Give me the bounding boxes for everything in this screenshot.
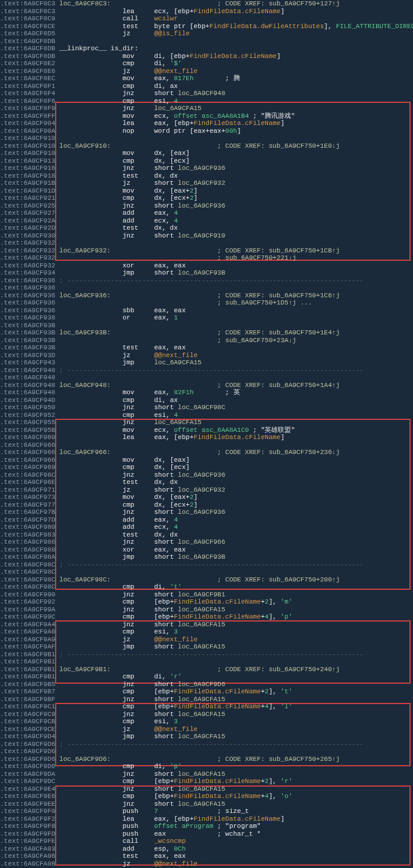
asm-line[interactable]: .text:6A9CF913 cmp dx, [ecx] [0,157,413,165]
asm-line[interactable]: .text:6A9CF950 jnz short loc_6A9CF98C [0,404,413,412]
asm-line[interactable]: .text:6A9CF93B ; sub_6A9CF750+23A↓j [0,337,413,345]
asm-line[interactable]: .text:6A9CF97D add eax, 4 [0,516,413,524]
asm-line[interactable]: .text:6A9CF916 jnz short loc_6A9CF936 [0,165,413,172]
asm-line[interactable]: .text:6A9CF910 mov dx, [eax] [0,150,413,157]
xref[interactable]: ; CODE XREF: sub_6A9CF750+127↑j [217,0,340,7]
label[interactable]: loc_6A9CF936: [59,292,111,299]
asm-line[interactable]: .text:6A9CF948 mov eax, 82F1h ; 英 [0,389,413,397]
asm-line[interactable]: .text:6A9CF93B test eax, eax [0,344,413,352]
asm-line[interactable]: .text:6A9CF9BF jnz short loc_6A9CFA15 [0,696,413,703]
asm-line[interactable]: .text:6A9CF9B1 loc_6A9CF9B1: ; CODE XREF… [0,666,413,674]
asm-line[interactable]: .text:6A9CF988 xor eax, eax [0,546,413,554]
asm-line[interactable]: .text:6A9CF930 jnz short loc_6A9CF910 [0,232,413,240]
asm-line[interactable]: .text:6A9CF90A nop word ptr [eax+eax+00h… [0,127,413,135]
asm-line[interactable]: .text:6A9CF9A9 jz @@next_file [0,636,413,644]
asm-line[interactable]: .text:6A9CF9F2 lea eax, [ebp+FindFileDat… [0,815,413,823]
asm-line[interactable]: .text:6A9CFA08 jz @@next_file [0,860,413,868]
xref[interactable]: ; CODE XREF: sub_6A9CF750+1CB↑j [217,247,340,254]
label[interactable]: __linkproc__ is_dir: [59,45,138,52]
label[interactable]: loc_6A9CF93B: [59,329,111,336]
asm-line[interactable]: .text:6A9CF980 add ecx, 4 [0,523,413,531]
asm-line[interactable]: .text:6A9CF932 loc_6A9CF932: ; CODE XREF… [0,247,413,255]
xref[interactable]: ; CODE XREF: sub_6A9CF750+1E0↓j [217,142,340,150]
asm-line[interactable]: .text:6A9CF971 jz short loc_6A9CF932 [0,486,413,494]
asm-line[interactable]: .text:6A9CF969 cmp dx, [ecx] [0,464,413,471]
asm-line[interactable]: .text:6A9CF9D6 ; -----------------------… [0,741,413,748]
label[interactable]: loc_6A9CF9D6: [59,756,111,763]
asm-line[interactable]: .text:6A9CF910 [0,135,413,142]
asm-line[interactable]: .text:6A9CF925 jnz short loc_6A9CF936 [0,202,413,210]
asm-line[interactable]: .text:6A9CF97B jnz short loc_6A9CF936 [0,508,413,516]
asm-line[interactable]: .text:6A9CF8E6 jz @@next_file [0,68,413,75]
asm-line[interactable]: .text:6A9CF92D test dx, dx [0,224,413,232]
asm-line[interactable]: .text:6A9CF927 add eax, 4 [0,209,413,217]
asm-line[interactable]: .text:6A9CF8E2 cmp di, '$' [0,60,413,68]
asm-line[interactable]: .text:6A9CF990 jnz short loc_6A9CF9B1 [0,591,413,599]
asm-line[interactable]: .text:6A9CF9EE jnz short loc_6A9CFA15 [0,800,413,808]
asm-line[interactable]: .text:6A9CF955 jnz loc_6A9CFA15 [0,419,413,427]
asm-line[interactable]: .text:6A9CF8D5 jz @@is_file [0,30,413,38]
asm-line[interactable]: .text:6A9CF8F6 cmp esi, 4 [0,98,413,105]
label[interactable]: loc_6A9CF910: [59,142,111,150]
asm-line[interactable]: .text:6A9CF9FD push eax ; wchar_t * [0,830,413,838]
asm-line[interactable]: .text:6A9CF9B1 ; -----------------------… [0,651,413,659]
asm-line[interactable]: .text:6A9CF932 ; sub_6A9CF750+221↓j [0,254,413,262]
asm-line[interactable]: .text:6A9CF9CB cmp esi, 3 [0,718,413,726]
asm-line[interactable]: .text:6A9CF9B1 cmp di, 'r' [0,673,413,681]
asm-line[interactable]: .text:6A9CF9DA jnz short loc_6A9CFA15 [0,770,413,778]
asm-line[interactable]: .text:6A9CF9D6 [0,748,413,756]
asm-line[interactable]: .text:6A9CF966 mov dx, [eax] [0,456,413,464]
asm-line[interactable]: .text:6A9CF96E test dx, dx [0,479,413,486]
asm-line[interactable]: .text:6A9CF8DB mov di, [ebp+FindFileData… [0,53,413,60]
asm-line[interactable]: .text:6A9CF91D mov dx, [eax+2] [0,187,413,195]
asm-line[interactable]: .text:6A9CF9E6 cmp [ebp+FindFileData.cFi… [0,793,413,800]
asm-line[interactable]: .text:6A9CF93B loc_6A9CF93B: ; CODE XREF… [0,329,413,337]
asm-line[interactable]: .text:6A9CF9FE call _wcsncmp [0,837,413,845]
xref[interactable]: ; CODE XREF: sub_6A9CF750+1E4↑j [217,329,340,336]
asm-line[interactable]: .text:6A9CF9E4 jnz short loc_6A9CFA15 [0,785,413,793]
xref[interactable]: ; CODE XREF: sub_6A9CF750+1C6↑j [217,292,340,299]
asm-line[interactable]: .text:6A9CF98A jmp short loc_6A9CF93B [0,553,413,561]
asm-line[interactable]: .text:6A9CF91B jz short loc_6A9CF932 [0,179,413,187]
asm-line[interactable]: .text:6A9CF8DB __linkproc__ is_dir: [0,45,413,53]
asm-line[interactable]: .text:6A9CF977 cmp dx, [ecx+2] [0,501,413,509]
asm-line[interactable]: .text:6A9CF92A add ecx, 4 [0,217,413,225]
asm-line[interactable]: .text:6A9CF9F8 push offset aProgram ; "p… [0,823,413,830]
asm-line[interactable]: .text:6A9CF8C3 loc_6A9CF8C3: ; CODE XREF… [0,0,413,8]
asm-line[interactable]: .text:6A9CF921 cmp dx, [ecx+2] [0,194,413,202]
asm-line[interactable]: .text:6A9CF8C9 call wcslwr [0,15,413,23]
asm-line[interactable]: .text:6A9CF966 [0,441,413,449]
asm-line[interactable]: .text:6A9CF9F0 push 7 ; size_t [0,808,413,815]
asm-line[interactable]: .text:6A9CF99C cmp [ebp+FindFileData.cFi… [0,613,413,621]
asm-line[interactable]: .text:6A9CF9C9 jnz short loc_6A9CFA15 [0,711,413,718]
label[interactable]: loc_6A9CF8C3: [59,0,111,7]
asm-line[interactable]: .text:6A9CF960 lea eax, [ebp+FindFileDat… [0,434,413,441]
asm-line[interactable]: .text:6A9CF932 [0,239,413,247]
xref[interactable]: ; CODE XREF: sub_6A9CF750+200↑j [217,576,340,583]
xref[interactable]: ; CODE XREF: sub_6A9CF750+265↑j [217,756,340,763]
asm-line[interactable]: .text:6A9CF943 jmp loc_6A9CFA15 [0,359,413,367]
asm-line[interactable]: .text:6A9CF9A6 cmp esi, 3 [0,628,413,636]
asm-line[interactable]: .text:6A9CF8CE test byte ptr [ebp+FindFi… [0,23,413,31]
asm-line[interactable]: .text:6A9CF94D cmp di, ax [0,397,413,404]
asm-line[interactable]: .text:6A9CF99A jnz short loc_6A9CFA15 [0,606,413,614]
xref[interactable]: ; sub_6A9CF750+1D5↑j ... [217,299,312,306]
asm-line[interactable]: .text:6A9CF8F1 cmp di, ax [0,83,413,90]
asm-line[interactable]: .text:6A9CF9D6 cmp di, 'p' [0,763,413,770]
asm-line[interactable]: .text:6A9CF966 loc_6A9CF966: ; CODE XREF… [0,449,413,456]
asm-line[interactable]: .text:6A9CF904 lea eax, [ebp+FindFileDat… [0,120,413,127]
asm-line[interactable]: .text:6A9CF938 or eax, 1 [0,314,413,322]
xref[interactable]: ; CODE XREF: sub_6A9CF750+236↓j [217,449,340,456]
asm-line[interactable]: .text:6A9CF934 jmp short loc_6A9CF93B [0,269,413,277]
asm-line[interactable]: .text:6A9CF992 cmp [ebp+FindFileData.cFi… [0,598,413,606]
asm-line[interactable]: .text:6A9CF8DB [0,38,413,45]
label[interactable]: loc_6A9CF948: [59,382,111,389]
xref[interactable]: ; CODE XREF: sub_6A9CF750+240↑j [217,666,340,673]
asm-line[interactable]: .text:6A9CF8F9 jnz loc_6A9CFA15 [0,105,413,112]
asm-line[interactable]: .text:6A9CF932 xor eax, eax [0,262,413,270]
asm-line[interactable]: .text:6A9CF9A4 jnz short loc_6A9CFA15 [0,621,413,629]
asm-line[interactable]: .text:6A9CF9D6 loc_6A9CF9D6: ; CODE XREF… [0,756,413,763]
asm-line[interactable]: .text:6A9CF948 [0,374,413,382]
asm-line[interactable]: .text:6A9CF918 test dx, dx [0,172,413,180]
asm-line[interactable]: .text:6A9CF936 ; sub_6A9CF750+1D5↑j ... [0,299,413,307]
